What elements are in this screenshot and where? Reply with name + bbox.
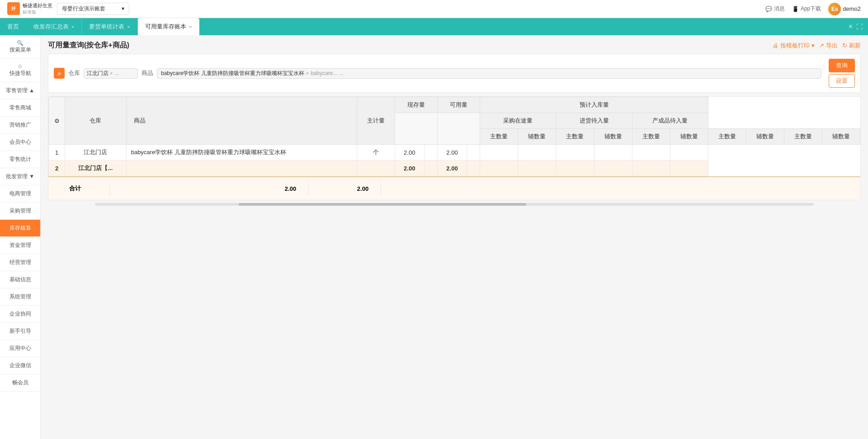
warehouse-tag-text: 江北门店 bbox=[87, 70, 108, 77]
sidebar-item-inventory[interactable]: 库存核算 bbox=[0, 220, 40, 237]
settings-col-header[interactable]: ⚙ bbox=[49, 97, 65, 145]
query-button[interactable]: 查询 bbox=[829, 59, 855, 72]
commodity-tag-close[interactable]: × bbox=[306, 71, 309, 76]
app-download-button[interactable]: 📱 App下载 bbox=[792, 5, 821, 13]
scrollbar-track[interactable] bbox=[95, 203, 814, 206]
top-bar-left: 好 畅捷通好生意 标准版 母婴行业演示账套 ▾ bbox=[7, 2, 129, 15]
sidebar-item-system[interactable]: 系统管理 bbox=[0, 288, 40, 306]
tab-keyongliang-close[interactable]: × bbox=[189, 24, 192, 29]
table-footer: 合计 2.00 2.00 bbox=[48, 176, 860, 200]
incoming-aux-qty-header: 辅数量 bbox=[746, 129, 784, 145]
row1-purchase-main bbox=[480, 145, 518, 160]
main-content: 可用量查询(按仓库+商品) 🖨 按模板打印 ▾ ↗ 导出 ↻ 刷新 bbox=[41, 35, 868, 439]
warehouse-more[interactable]: ... bbox=[114, 70, 119, 76]
sidebar-item-purchase[interactable]: 采购管理 bbox=[0, 203, 40, 220]
refresh-icon: ↻ bbox=[842, 42, 847, 49]
search-icon: 🔍 bbox=[0, 40, 40, 46]
sidebar-item-basic-info[interactable]: 基础信息 bbox=[0, 271, 40, 288]
table-header-row1: ⚙ 仓库 商品 主计量 现存量 可用量 预计入库量 bbox=[49, 97, 860, 113]
footer-stock-main: 2.00 bbox=[273, 182, 309, 196]
export-button[interactable]: ↗ 导出 bbox=[819, 42, 838, 50]
sidebar-item-enterprise-collab[interactable]: 企业协同 bbox=[0, 306, 40, 323]
sidebar-item-ecommerce[interactable]: 电商管理 bbox=[0, 185, 40, 203]
refresh-button[interactable]: ↻ 刷新 bbox=[842, 42, 861, 50]
sidebar-quicknav-label: 快捷导航 bbox=[0, 70, 40, 77]
message-button[interactable]: 💬 消息 bbox=[765, 5, 785, 13]
sidebar-item-retail-mall[interactable]: 零售商城 bbox=[0, 99, 40, 117]
user-area[interactable]: Ea demo2 bbox=[828, 3, 861, 15]
subtotal-product bbox=[126, 160, 357, 176]
tab-home[interactable]: 首页 bbox=[0, 23, 26, 31]
data-table-container: ⚙ 仓库 商品 主计量 现存量 可用量 预计入库量 采购在途量 bbox=[48, 96, 861, 200]
subtotal-warehouse: 江北门店【... bbox=[65, 160, 127, 176]
purchase-aux-qty-header: 辅数量 bbox=[670, 129, 708, 145]
sidebar-search-label: 搜索菜单 bbox=[0, 46, 40, 54]
print-button[interactable]: 🖨 按模板打印 ▾ bbox=[773, 42, 815, 50]
sidebar-item-operations[interactable]: 经营管理 bbox=[0, 254, 40, 271]
username-label: demo2 bbox=[843, 5, 861, 12]
printer-icon: 🖨 bbox=[773, 42, 778, 49]
sidebar-finance-label: 资金管理 bbox=[9, 242, 31, 248]
sidebar-newuser-label: 新手引导 bbox=[9, 328, 31, 334]
row1-stock-aux bbox=[424, 145, 437, 160]
footer-avail-main: 2.00 bbox=[345, 182, 381, 196]
industry-selector-text: 母婴行业演示账套 bbox=[62, 5, 105, 13]
industry-selector[interactable]: 母婴行业演示账套 ▾ bbox=[57, 3, 129, 15]
sidebar-item-newuser-guide[interactable]: 新手引导 bbox=[0, 323, 40, 340]
row1-unit: 个 bbox=[357, 145, 395, 160]
row1-warehouse: 江北门店 bbox=[65, 145, 127, 160]
commodity-filter-input[interactable]: babycare学饮杯 儿童防摔防撞吸管杯重力球吸嘴杯宝宝水杯 × babyca… bbox=[157, 68, 821, 79]
row1-avail-main: 2.00 bbox=[438, 145, 467, 160]
warehouse-col-header: 仓库 bbox=[65, 97, 127, 145]
sidebar-item-retail-stats[interactable]: 零售统计 bbox=[0, 151, 40, 168]
message-icon: 💬 bbox=[765, 6, 772, 12]
sidebar-item-search[interactable]: 🔍 搜索菜单 bbox=[0, 35, 40, 59]
commodity-more-dots[interactable]: ... bbox=[340, 70, 344, 76]
tab-shoufacun-close[interactable]: × bbox=[71, 24, 74, 29]
warehouse-filter-input[interactable]: 江北门店 × ... bbox=[84, 68, 138, 79]
row1-incoming-aux bbox=[594, 145, 632, 160]
row1-purchase-aux bbox=[518, 145, 556, 160]
sidebar-item-wholesale-mgmt[interactable]: 批发管理 ▼ bbox=[0, 168, 40, 185]
page-title: 可用量查询(按仓库+商品) bbox=[48, 41, 129, 50]
row1-produced-aux bbox=[670, 145, 708, 160]
sidebar-item-members[interactable]: 会员中心 bbox=[0, 134, 40, 151]
top-bar: 好 畅捷通好生意 标准版 母婴行业演示账套 ▾ 💬 消息 📱 App下载 Ea … bbox=[0, 0, 868, 18]
sidebar-retail-mall-label: 零售商城 bbox=[9, 104, 31, 111]
row1-avail-aux bbox=[467, 145, 480, 160]
sidebar-item-enterprise-wechat[interactable]: 企业微信 bbox=[0, 357, 40, 374]
data-table: ⚙ 仓库 商品 主计量 现存量 可用量 预计入库量 采购在途量 bbox=[48, 97, 860, 176]
tab-yaohuo-label: 要货单统计表 bbox=[89, 23, 124, 31]
tab-keyongliang[interactable]: 可用量库存账本 × bbox=[138, 18, 199, 35]
fullscreen-btn[interactable]: ⛶ bbox=[856, 23, 863, 30]
sidebar-item-app-center[interactable]: 应用中心 bbox=[0, 340, 40, 357]
table-scroll[interactable]: ⚙ 仓库 商品 主计量 现存量 可用量 预计入库量 采购在途量 bbox=[48, 97, 860, 176]
settings-button[interactable]: 设置 bbox=[829, 74, 855, 88]
scrollbar-thumb[interactable] bbox=[239, 203, 526, 206]
stock-main-qty-header: 主数量 bbox=[480, 129, 518, 145]
warehouse-tag-close[interactable]: × bbox=[110, 71, 113, 76]
sidebar-item-marketing[interactable]: 营销推广 bbox=[0, 117, 40, 134]
sidebar-item-retail-mgmt[interactable]: 零售管理 ▲ bbox=[0, 82, 40, 99]
sidebar: 🔍 搜索菜单 ☆ 快捷导航 零售管理 ▲ 零售商城 营销推广 会员中心 零售统计… bbox=[0, 35, 41, 439]
avail-group-header: 可用量 bbox=[438, 97, 480, 113]
footer-spacer1 bbox=[48, 185, 65, 192]
sidebar-vip-label: 畅会员 bbox=[12, 379, 28, 386]
row1-stock-main: 2.00 bbox=[395, 145, 424, 160]
purchase-transit-header: 采购在途量 bbox=[480, 113, 556, 129]
sidebar-retail-mgmt-label: 零售管理 ▲ bbox=[6, 87, 34, 94]
close-all-btn[interactable]: × bbox=[849, 23, 853, 31]
sidebar-item-finance[interactable]: 资金管理 bbox=[0, 237, 40, 254]
produced-main-qty-header: 主数量 bbox=[784, 129, 822, 145]
tab-yaohuo-close[interactable]: × bbox=[127, 24, 130, 29]
filter-expand-button[interactable]: » bbox=[54, 68, 65, 79]
tab-shoufacun[interactable]: 收发存汇总表 × bbox=[26, 18, 82, 35]
avail-main-subheader bbox=[438, 113, 480, 145]
filter-area: » 仓库 江北门店 × ... 商品 babycare学饮杯 儿童防摔防撞吸管杯… bbox=[48, 54, 861, 93]
sidebar-item-vip[interactable]: 畅会员 bbox=[0, 374, 40, 392]
sidebar-item-quicknav[interactable]: ☆ 快捷导航 bbox=[0, 59, 40, 82]
sidebar-marketing-label: 营销推广 bbox=[9, 122, 31, 128]
logo-icon: 好 bbox=[7, 2, 20, 15]
row1-incoming-main bbox=[556, 145, 594, 160]
tab-yaohuo[interactable]: 要货单统计表 × bbox=[82, 18, 137, 35]
